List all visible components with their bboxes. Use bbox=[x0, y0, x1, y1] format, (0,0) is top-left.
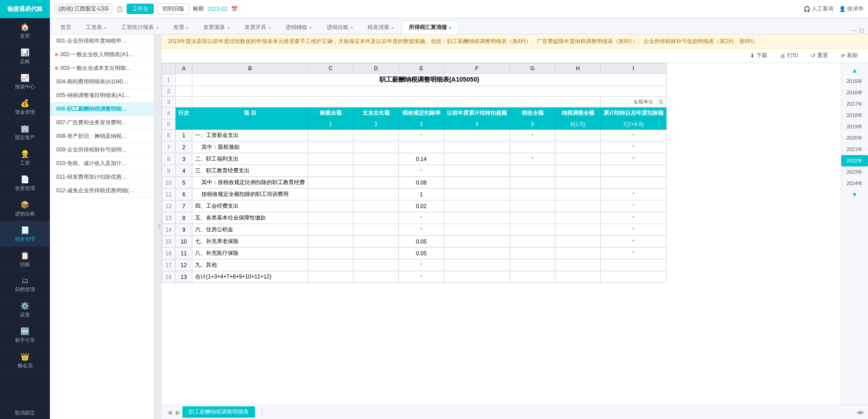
cell-11-i[interactable]: * bbox=[601, 189, 667, 200]
cell-14-e[interactable]: * bbox=[399, 224, 444, 236]
year-2019[interactable]: 2019年 bbox=[841, 121, 868, 132]
sidebar-item-invoice-mgmt[interactable]: 📄 发票管理 bbox=[0, 171, 50, 196]
cell-14-i[interactable]: * bbox=[601, 224, 667, 236]
ft-item-002[interactable]: ⊗ 002-一般企业收入明细表(A1… bbox=[50, 48, 154, 62]
print-button[interactable]: 🖨 打印 bbox=[776, 50, 802, 61]
user-avatar[interactable]: 👤 徐泽华 bbox=[839, 5, 863, 13]
tab-maximize-icon[interactable]: ⊡ bbox=[859, 27, 864, 34]
cell-17-label[interactable]: 九、其他 bbox=[192, 259, 308, 271]
cell-10-f[interactable] bbox=[444, 177, 510, 189]
ft-item-011[interactable]: 011-研发费用加计扣除优惠… bbox=[50, 171, 154, 184]
cell-15-e[interactable]: 0.05 bbox=[399, 236, 444, 248]
cell-11-rn[interactable]: 6 bbox=[176, 189, 192, 200]
cell-9-rn[interactable]: 4 bbox=[176, 165, 192, 177]
cell-10-i[interactable] bbox=[601, 177, 667, 189]
tab-invoice-issue[interactable]: 发票开具× bbox=[238, 20, 278, 34]
sidebar-item-ledger[interactable]: 📊 总账 bbox=[0, 44, 50, 69]
cell-16-c[interactable] bbox=[308, 248, 353, 259]
cell-10-label[interactable]: 其中：按税收规定比例扣除的职工教育经费 bbox=[192, 177, 308, 189]
cell-9-d[interactable] bbox=[353, 165, 399, 177]
cell-18-i[interactable] bbox=[601, 271, 667, 283]
cell-16-f[interactable] bbox=[444, 248, 510, 259]
year-2024[interactable]: 2024年 bbox=[841, 178, 868, 189]
cell-7-label[interactable]: 其中：股权激励 bbox=[192, 141, 308, 153]
cell-18-label[interactable]: 合计(1+3+4+7+8+9+10+11+12) bbox=[192, 271, 308, 283]
cell-10-g[interactable] bbox=[510, 177, 555, 189]
bottom-sheet-tab[interactable]: 职工薪酬纳税调整明细表 bbox=[182, 406, 255, 418]
cell-13-rn[interactable]: 8 bbox=[176, 212, 192, 224]
cell-16-i[interactable]: * bbox=[601, 248, 667, 259]
cell-8-e[interactable]: 0.14 bbox=[399, 153, 444, 165]
tab-tax-list-close[interactable]: × bbox=[391, 25, 394, 30]
cell-12-e[interactable]: 0.02 bbox=[399, 200, 444, 212]
ft-item-003[interactable]: ⊗ 003-一般企业成本支出明细… bbox=[50, 62, 154, 75]
cell-11-f[interactable] bbox=[444, 189, 510, 200]
cell-10-c[interactable] bbox=[308, 177, 353, 189]
cell-12-h[interactable] bbox=[555, 200, 601, 212]
reset-button[interactable]: ↺ 重置 bbox=[807, 50, 832, 61]
cell-8-c[interactable] bbox=[308, 153, 353, 165]
tab-invoice[interactable]: 发票× bbox=[167, 20, 196, 34]
ft-item-008[interactable]: 008-资产折旧、摊销及纳税… bbox=[50, 130, 154, 143]
tab-invoice-close[interactable]: × bbox=[186, 25, 189, 30]
tab-income-tax-close[interactable]: × bbox=[449, 25, 451, 30]
cell-9-c[interactable] bbox=[308, 165, 353, 177]
cell-7-d[interactable] bbox=[353, 141, 399, 153]
tab-minimize-icon[interactable]: ─ bbox=[852, 27, 856, 34]
cell-15-i[interactable]: * bbox=[601, 236, 667, 248]
cell-11-c[interactable] bbox=[308, 189, 353, 200]
cell-15-f[interactable] bbox=[444, 236, 510, 248]
cell-9-f[interactable] bbox=[444, 165, 510, 177]
sheet-more-button[interactable]: ⋮ bbox=[255, 408, 270, 416]
cell-10-d[interactable] bbox=[353, 177, 399, 189]
sidebar-item-home[interactable]: 🏠 首页 bbox=[0, 18, 50, 44]
sheet-table-container[interactable]: A B C D E F G H I bbox=[162, 63, 841, 404]
cell-9-g[interactable] bbox=[510, 165, 555, 177]
ft-item-004[interactable]: 004-期间费用明细表(A1040… bbox=[50, 75, 154, 89]
cell-16-d[interactable] bbox=[353, 248, 399, 259]
cell-18-g[interactable] bbox=[510, 271, 555, 283]
tab-ps-ledger-close[interactable]: × bbox=[350, 25, 353, 30]
cell-15-h[interactable] bbox=[555, 236, 601, 248]
cell-13-i[interactable]: * bbox=[601, 212, 667, 224]
sidebar-item-assets[interactable]: 🏢 固定资产 bbox=[0, 120, 50, 145]
tab-home[interactable]: 首页 bbox=[54, 20, 78, 34]
cell-16-label[interactable]: 八、补充医疗保险 bbox=[192, 248, 308, 259]
year-2017[interactable]: 2017年 bbox=[841, 98, 868, 110]
cell-13-g[interactable] bbox=[510, 212, 555, 224]
cell-17-g[interactable] bbox=[510, 259, 555, 271]
cell-7-f[interactable] bbox=[444, 141, 510, 153]
cell-6-h[interactable] bbox=[555, 130, 601, 141]
cell-17-rn[interactable]: 12 bbox=[176, 259, 192, 271]
ft-item-007[interactable]: 007-广告费和业务宣传费明… bbox=[50, 116, 154, 130]
cell-11-g[interactable] bbox=[510, 189, 555, 200]
cell-11-h[interactable] bbox=[555, 189, 601, 200]
cell-15-c[interactable] bbox=[308, 236, 353, 248]
cell-18-c[interactable] bbox=[308, 271, 353, 283]
sidebar-item-settings[interactable]: ⚙️ 设置 bbox=[0, 297, 50, 322]
cell-8-h[interactable] bbox=[555, 153, 601, 165]
cell-7-i[interactable]: * bbox=[601, 141, 667, 153]
year-2015[interactable]: 2015年 bbox=[841, 76, 868, 87]
period-value[interactable]: 2023-02 bbox=[207, 6, 227, 12]
switch-old-button[interactable]: 切到旧版 bbox=[157, 3, 189, 15]
cell-11-d[interactable] bbox=[353, 189, 399, 200]
cell-14-c[interactable] bbox=[308, 224, 353, 236]
sidebar-item-purchase-sales[interactable]: 📦 进销台账 bbox=[0, 196, 50, 221]
cell-10-e[interactable]: 0.08 bbox=[399, 177, 444, 189]
tab-income-tax[interactable]: 所得税汇算清缴× bbox=[402, 20, 458, 34]
tab-ps-ledger[interactable]: 进销台账× bbox=[320, 20, 360, 34]
cell-6-i[interactable]: * bbox=[601, 130, 667, 141]
cell-12-rn[interactable]: 7 bbox=[176, 200, 192, 212]
tab-payroll-close[interactable]: × bbox=[104, 25, 107, 30]
year-2023[interactable]: 2023年 bbox=[841, 166, 868, 178]
cell-16-rn[interactable]: 11 bbox=[176, 248, 192, 259]
cell-13-h[interactable] bbox=[555, 212, 601, 224]
cell-8-i[interactable]: * bbox=[601, 153, 667, 165]
cell-15-rn[interactable]: 10 bbox=[176, 236, 192, 248]
ft-item-001[interactable]: 001-企业所得税年度纳税申… bbox=[50, 34, 154, 48]
cell-13-d[interactable] bbox=[353, 212, 399, 224]
cell-14-d[interactable] bbox=[353, 224, 399, 236]
ft-item-012[interactable]: 012-减免企业所得税优惠明细(… bbox=[50, 184, 154, 198]
calendar-icon[interactable]: 📅 bbox=[231, 6, 238, 12]
